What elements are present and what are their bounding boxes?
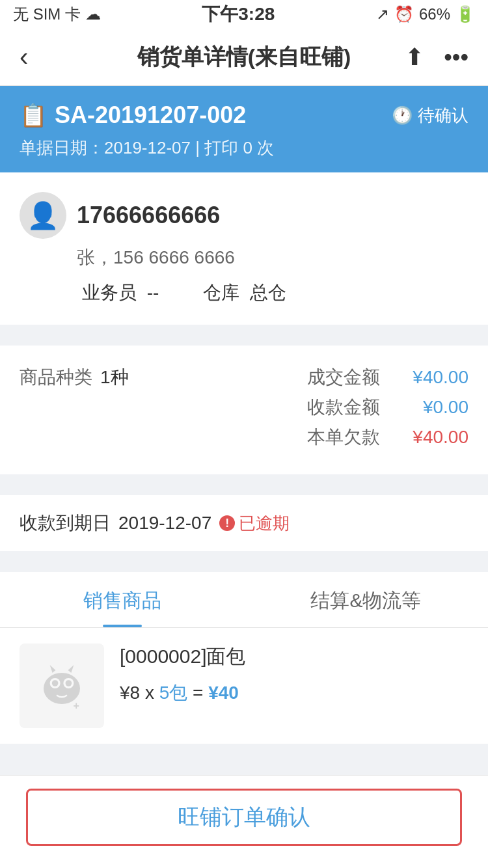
svg-marker-5 [50,665,56,673]
order-status: 🕐 待确认 [392,104,468,127]
salesperson-field: 业务员 -- [77,280,159,305]
divider-3 [0,562,488,572]
bottom-bar: 旺铺订单确认 [0,775,488,868]
price-prefix: ¥8 x [120,683,159,703]
salesperson-value: -- [147,282,159,303]
alarm-icon: ⏰ [394,5,414,23]
more-icon[interactable]: ••• [444,44,468,71]
product-thumbnail: + [20,644,104,728]
customer-row: 👤 17666666666 [20,192,468,239]
transaction-value: ¥40.00 [390,367,468,388]
product-types-label: 商品种类 [20,365,92,390]
divider-1 [0,335,488,346]
order-header: 📋 SA-20191207-002 🕐 待确认 单据日期：2019-12-07 … [0,86,488,172]
status-bar: 无 SIM 卡 ☁ 下午3:28 ↗ ⏰ 66% 🔋 [0,0,488,29]
status-bar-time: 下午3:28 [202,2,275,27]
product-price: ¥8 x 5包 = ¥40 [120,681,468,705]
due-date-card: 收款到期日 2019-12-07 ! 已逾期 [0,495,488,551]
overdue-text: 已逾期 [239,512,290,535]
status-bar-right: ↗ ⏰ 66% 🔋 [376,5,475,23]
tabs-bar: 销售商品 结算&物流等 [0,572,488,628]
customer-phone: 17666666666 [77,202,220,229]
order-status-text: 待确认 [418,104,468,127]
transaction-amount-row: 成交金额 ¥40.00 [307,365,468,390]
avatar-icon: 👤 [27,200,59,231]
product-name: [0000002]面包 [120,644,468,670]
customer-meta: 业务员 -- 仓库 总仓 [77,280,468,305]
sim-status: 无 SIM 卡 ☁ [13,4,101,25]
warehouse-field: 仓库 总仓 [198,280,286,305]
svg-point-3 [52,680,59,686]
balance-label: 本单欠款 [307,425,380,450]
confirm-order-button[interactable]: 旺铺订单确认 [26,789,462,846]
nav-actions: ⬆ ••• [405,44,468,71]
warehouse-label: 仓库 [203,282,239,303]
collection-value: ¥0.00 [390,397,468,418]
svg-point-4 [66,680,72,686]
warehouse-value: 总仓 [250,282,286,303]
share-icon[interactable]: ⬆ [405,44,424,71]
location-icon: ↗ [376,5,389,23]
order-date: 单据日期：2019-12-07 | 打印 0 次 [20,137,468,159]
clock-icon: 🕐 [392,105,413,126]
status-bar-left: 无 SIM 卡 ☁ [13,4,101,25]
due-date-label: 收款到期日 [20,511,111,536]
product-total: ¥40 [208,683,239,703]
product-quantity: 5包 [159,683,188,703]
balance-due-row: 本单欠款 ¥40.00 [307,425,468,450]
transaction-label: 成交金额 [307,365,380,390]
product-types-value: 1种 [100,365,129,390]
product-types-field: 商品种类 1种 [20,365,129,390]
tab-sales-products[interactable]: 销售商品 [0,572,244,627]
tab-settlement-label: 结算&物流等 [310,590,421,611]
back-button[interactable]: ‹ [20,42,28,72]
svg-text:+: + [74,700,79,711]
collection-amount-row: 收款金额 ¥0.00 [307,395,468,420]
overdue-badge: ! 已逾期 [219,512,290,535]
page-title: 销货单详情(来自旺铺) [137,42,351,72]
product-image-placeholder: + [36,660,88,712]
divider-2 [0,485,488,495]
product-info: [0000002]面包 ¥8 x 5包 = ¥40 [120,644,468,705]
order-icon: 📋 [20,102,47,128]
amounts-card: 商品种类 1种 成交金额 ¥40.00 收款金额 ¥0.00 本单欠款 ¥40.… [0,346,488,474]
overdue-icon: ! [219,515,235,531]
avatar: 👤 [20,192,66,239]
customer-info-card: 👤 17666666666 张，156 6666 6666 业务员 -- 仓库 … [0,172,488,325]
tab-settlement[interactable]: 结算&物流等 [244,572,488,627]
customer-name-phone: 张，156 6666 6666 [77,245,468,270]
nav-bar: ‹ 销货单详情(来自旺铺) ⬆ ••• [0,29,488,86]
amounts-right: 成交金额 ¥40.00 收款金额 ¥0.00 本单欠款 ¥40.00 [307,365,468,455]
due-date-value: 2019-12-07 [118,513,211,534]
battery-status: 66% [419,5,450,23]
order-id: 📋 SA-20191207-002 [20,102,246,129]
order-id-text: SA-20191207-002 [55,102,246,129]
battery-icon: 🔋 [455,5,475,23]
svg-point-0 [44,673,80,704]
equals-sign: = [187,683,208,703]
salesperson-label: 业务员 [82,282,137,303]
tab-sales-label: 销售商品 [83,590,161,611]
product-card: + [0000002]面包 ¥8 x 5包 = ¥40 [0,628,488,744]
order-header-top: 📋 SA-20191207-002 🕐 待确认 [20,102,468,129]
amounts-row: 商品种类 1种 成交金额 ¥40.00 收款金额 ¥0.00 本单欠款 ¥40.… [20,365,468,455]
balance-value: ¥40.00 [390,427,468,448]
svg-marker-6 [68,665,74,673]
collection-label: 收款金额 [307,395,380,420]
